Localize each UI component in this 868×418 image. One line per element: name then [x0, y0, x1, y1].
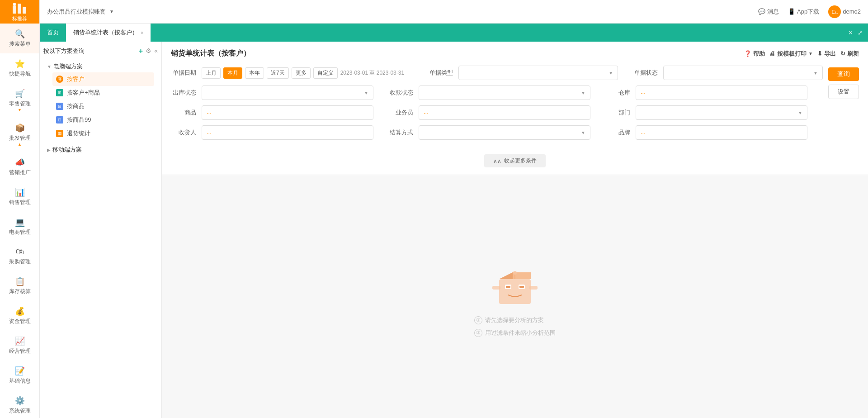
filter-area: 销货单统计表（按客户） ❓ 帮助 🖨 按模板打印 ▼ ⬇ — [162, 42, 868, 175]
date-range-display: 2023-03-01 至 2023-03-31 — [340, 69, 404, 77]
tab-home[interactable]: 首页 — [40, 24, 66, 42]
print-dropdown-icon[interactable]: ▼ — [808, 51, 813, 56]
sidebar-item-inventory[interactable]: 📋 库存核算 — [0, 271, 39, 301]
app-download-btn[interactable]: 📱 App下载 — [788, 8, 819, 16]
sidebar-item-operation[interactable]: 📈 经营管理 — [0, 331, 39, 361]
collapse-label: 收起更多条件 — [504, 157, 537, 165]
filter-row-3: 商品 ··· 业务员 ··· 部门 ▼ — [171, 105, 823, 120]
date-btn-more[interactable]: 更多 — [292, 67, 311, 79]
recipient-label: 收货人 — [171, 128, 196, 137]
collapse-panel-btn[interactable]: « — [154, 47, 158, 55]
query-button[interactable]: 查询 — [828, 67, 859, 81]
payment-dropdown-icon: ▼ — [581, 90, 585, 95]
tree-parent-desktop: ▼ 电脑端方案 — [47, 62, 154, 71]
scheme-customer-product[interactable]: ⊞ 按客户+商品 — [52, 86, 154, 100]
sidebar-item-finance[interactable]: 💰 资金管理 — [0, 301, 39, 331]
tab-sales-stats[interactable]: 销货单统计表（按客户） × — [66, 24, 151, 42]
refresh-btn[interactable]: ↻ 刷新 — [840, 50, 859, 58]
payment-select[interactable]: ▼ — [419, 86, 590, 100]
sidebar-item-sales[interactable]: 📊 销售管理 — [0, 182, 39, 212]
svg-rect-2 — [23, 7, 26, 14]
app-download-label: App下载 — [797, 8, 819, 16]
sidebar-item-ecommerce[interactable]: 💻 电商管理 — [0, 212, 39, 242]
operation-icon: 📈 — [15, 336, 25, 346]
logo-area: 标推荐 — [0, 0, 39, 24]
department-select[interactable]: ▼ — [636, 105, 807, 120]
desktop-section-label: 电脑端方案 — [53, 62, 83, 71]
retail-icon: 🛒 — [15, 89, 25, 99]
date-btn-custom[interactable]: 自定义 — [313, 67, 338, 79]
product-select[interactable]: ··· — [202, 105, 373, 120]
collapse-bar[interactable]: ∧∧ 收起更多条件 — [484, 154, 546, 167]
scheme-product99[interactable]: ⊟ 按商品99 — [52, 113, 154, 127]
industry-dropdown-icon[interactable]: ▼ — [109, 9, 114, 14]
product-dots: ··· — [207, 109, 212, 116]
main-area: 办公用品行业模拟账套 ▼ 💬 消息 📱 App下载 Ea demo2 首页 销货… — [40, 0, 868, 418]
sidebar-item-basic[interactable]: 📝 基础信息 — [0, 361, 39, 390]
brand-dots: ··· — [641, 129, 646, 136]
settlement-select[interactable]: ▼ — [419, 125, 590, 140]
brand-select[interactable]: ··· — [636, 125, 807, 140]
industry-label: 办公用品行业模拟账套 — [47, 8, 106, 16]
setting-button[interactable]: 设置 — [828, 85, 859, 99]
tree-desktop-section: ▼ 电脑端方案 客 按客户 ⊞ 按客户+商品 — [43, 60, 158, 143]
date-btn-last-month[interactable]: 上月 — [202, 67, 221, 79]
left-panel: 按以下方案查询 + ⚙ « ▼ 电脑端方案 客 — [40, 42, 162, 418]
svg-rect-4 — [499, 279, 531, 304]
brand-label: 品牌 — [605, 128, 630, 137]
message-icon: 💬 — [758, 8, 765, 15]
marketing-icon: 📣 — [15, 157, 25, 167]
date-btn-7days[interactable]: 近7天 — [267, 67, 289, 79]
step-num-1: ① — [474, 316, 482, 324]
warehouse-select[interactable]: ··· — [636, 86, 807, 100]
sidebar-item-wholesale[interactable]: 📦 批发管理 ▲ — [0, 118, 39, 152]
quick-icon: ⭐ — [15, 59, 25, 69]
user-menu[interactable]: Ea demo2 — [828, 5, 861, 18]
outbound-dropdown-icon: ▼ — [364, 90, 368, 95]
product-label: 商品 — [171, 109, 196, 117]
close-window-icon[interactable]: ✕ — [848, 29, 853, 36]
sidebar-label-ecommerce: 电商管理 — [9, 228, 31, 236]
scheme-return-stats[interactable]: ▦ 退货统计 — [52, 127, 154, 140]
doc-type-select[interactable]: ▼ — [458, 66, 618, 80]
scheme-customer[interactable]: 客 按客户 — [52, 72, 154, 86]
print-btn[interactable]: 🖨 按模板打印 ▼ — [769, 50, 813, 58]
empty-step-1: ① 请先选择要分析的方案 — [474, 316, 556, 324]
sidebar-item-quick[interactable]: ⭐ 快捷导航 — [0, 53, 39, 83]
outbound-select[interactable]: ▼ — [202, 86, 373, 100]
add-scheme-btn[interactable]: + — [139, 47, 143, 55]
tab-close-icon[interactable]: × — [141, 30, 143, 35]
logo-text: 标推荐 — [12, 15, 27, 22]
tree-mobile-section: ▶ 移动端方案 — [43, 143, 158, 158]
doc-status-select[interactable]: ▼ — [663, 66, 823, 80]
settings-scheme-btn[interactable]: ⚙ — [146, 47, 151, 55]
sidebar-item-purchase[interactable]: 🛍 采购管理 — [0, 242, 39, 271]
scheme-product[interactable]: ⊟ 按商品 — [52, 100, 154, 113]
sidebar-item-marketing[interactable]: 📣 营销推广 — [0, 152, 39, 182]
filter-action-buttons: 查询 设置 — [828, 66, 859, 99]
left-panel-title-text: 按以下方案查询 — [43, 47, 85, 55]
refresh-label: 刷新 — [847, 50, 859, 58]
refresh-icon: ↻ — [840, 50, 845, 57]
message-btn[interactable]: 💬 消息 — [758, 8, 779, 16]
date-btn-this-month[interactable]: 本月 — [223, 67, 242, 79]
settlement-dropdown-icon: ▼ — [581, 130, 585, 135]
logo-icon — [12, 2, 28, 14]
sidebar-label-wholesale: 批发管理 — [9, 134, 31, 142]
help-btn[interactable]: ❓ 帮助 — [744, 50, 765, 58]
tree-mobile-expand-icon[interactable]: ▶ — [47, 147, 51, 152]
tree-expand-icon[interactable]: ▼ — [47, 64, 52, 69]
salesperson-label: 业务员 — [388, 109, 413, 117]
sidebar-item-search[interactable]: 🔍 搜索菜单 — [0, 24, 39, 53]
sales-icon: 📊 — [15, 187, 25, 197]
maximize-window-icon[interactable]: ⤢ — [858, 29, 863, 36]
svg-rect-0 — [13, 5, 16, 14]
sidebar-item-retail[interactable]: 🛒 零售管理 ▼ — [0, 83, 39, 118]
warehouse-dots: ··· — [641, 90, 646, 96]
left-panel-title: 按以下方案查询 + ⚙ « — [43, 47, 158, 55]
recipient-select[interactable]: ··· — [202, 125, 373, 140]
date-btn-this-year[interactable]: 本年 — [245, 67, 264, 79]
export-btn[interactable]: ⬇ 导出 — [817, 50, 836, 58]
salesperson-select[interactable]: ··· — [419, 105, 590, 120]
sidebar-item-system[interactable]: ⚙️ 系统管理 — [0, 390, 39, 418]
